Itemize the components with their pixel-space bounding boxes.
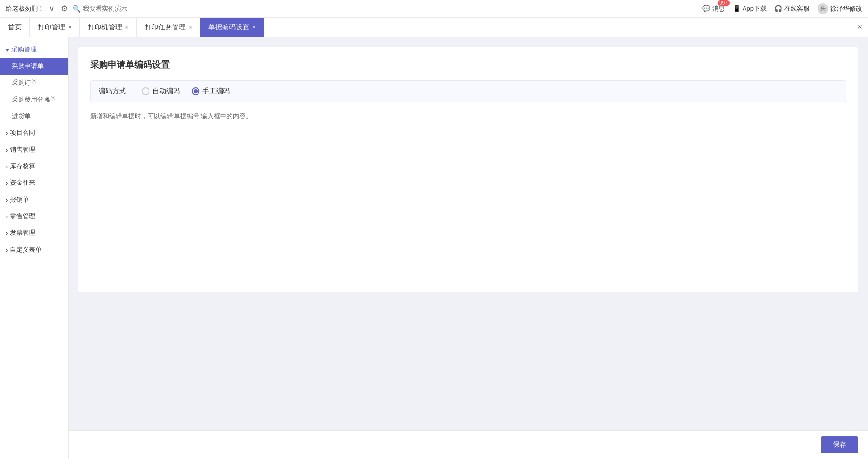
user-menu[interactable]: 头 徐泽华修改: [818, 3, 862, 14]
chevron-right-icon: ›: [6, 230, 8, 237]
radio-dot: [194, 89, 198, 93]
hint-text: 新增和编辑单据时，可以编辑'单据编号'输入框中的内容。: [90, 112, 846, 121]
sidebar-item-stock-in-label: 进货单: [12, 112, 31, 120]
tab-print-management[interactable]: 打印管理 ×: [30, 18, 80, 37]
tab-encoding-settings-label: 单据编码设置: [208, 23, 249, 32]
top-bar-left: 给老板勿删！ ∨ ⚙ 🔍 我要看实例演示: [6, 3, 127, 14]
message-badge: 99+: [718, 0, 730, 6]
tab-home[interactable]: 首页: [0, 18, 30, 37]
app-download-button[interactable]: 📱 App下载: [733, 4, 767, 13]
tab-print-management-close[interactable]: ×: [68, 24, 72, 31]
chevron-right-icon: ›: [6, 196, 8, 204]
auto-encoding-option[interactable]: 自动编码: [142, 87, 180, 96]
tab-encoding-settings-close[interactable]: ×: [252, 24, 256, 31]
tab-encoding-settings[interactable]: 单据编码设置 ×: [200, 18, 264, 37]
user-name: 徐泽华修改: [830, 4, 862, 13]
chevron-right-icon: ›: [6, 146, 8, 153]
tab-bar-close-button[interactable]: ×: [851, 22, 868, 32]
chevron-down-icon: ▾: [6, 46, 9, 53]
tab-printer-management-close[interactable]: ×: [125, 24, 128, 31]
sidebar-group-finance-label: 资金往来: [10, 178, 35, 187]
online-service-label: 在线客服: [784, 4, 810, 13]
online-service-button[interactable]: 🎧 在线客服: [774, 4, 810, 13]
tab-home-label: 首页: [8, 23, 22, 32]
sidebar-item-stock-in[interactable]: 进货单: [0, 108, 68, 125]
chevron-right-icon: ›: [6, 163, 8, 170]
sidebar-group-reimbursement-label: 报销单: [10, 195, 29, 204]
tab-print-management-label: 打印管理: [38, 23, 65, 32]
tab-printer-management-label: 打印机管理: [88, 23, 122, 32]
sidebar-group-retail[interactable]: › 零售管理: [0, 208, 68, 225]
encoding-method-row: 编码方式 自动编码 手工编码: [90, 80, 846, 102]
manual-encoding-label: 手工编码: [202, 87, 230, 96]
sidebar-item-purchase-expense-label: 采购费用分摊单: [12, 96, 56, 103]
auto-encoding-label: 自动编码: [152, 87, 180, 96]
app-download-icon: 📱: [733, 5, 741, 12]
tab-printer-management[interactable]: 打印机管理 ×: [80, 18, 137, 37]
sidebar-item-purchase-expense[interactable]: 采购费用分摊单: [0, 91, 68, 108]
tab-print-task-management[interactable]: 打印任务管理 ×: [137, 18, 200, 37]
headphone-icon: 🎧: [774, 5, 782, 12]
top-bar: 给老板勿删！ ∨ ⚙ 🔍 我要看实例演示 💬 消息 99+ 📱 App下载 🎧 …: [0, 0, 868, 18]
sidebar-group-sales[interactable]: › 销售管理: [0, 141, 68, 158]
content-area: 采购申请单编码设置 编码方式 自动编码 手工编码 新增和编辑单据时，可以编辑: [69, 37, 868, 430]
sidebar-group-inventory[interactable]: › 库存核算: [0, 158, 68, 175]
sidebar-item-purchase-request-label: 采购申请单: [12, 62, 44, 70]
sidebar-group-inventory-label: 库存核算: [10, 162, 35, 171]
avatar: 头: [818, 3, 828, 14]
top-bar-right: 💬 消息 99+ 📱 App下载 🎧 在线客服 头 徐泽华修改: [702, 3, 862, 14]
sidebar-group-project-contract-label: 项目合同: [10, 128, 35, 137]
auto-encoding-radio[interactable]: [142, 87, 149, 95]
save-button[interactable]: 保存: [821, 436, 858, 453]
sidebar-group-sales-label: 销售管理: [10, 145, 35, 154]
manual-encoding-option[interactable]: 手工编码: [192, 87, 230, 96]
encoding-method-label: 编码方式: [99, 87, 126, 96]
brand-label: 给老板勿删！: [6, 4, 44, 13]
sidebar-group-retail-label: 零售管理: [10, 212, 35, 221]
chevron-right-icon: ›: [6, 213, 8, 220]
sidebar-group-purchase[interactable]: ▾ 采购管理: [0, 41, 68, 58]
main-content: 采购申请单编码设置 编码方式 自动编码 手工编码 新增和编辑单据时，可以编辑: [69, 37, 868, 459]
sidebar-group-project-contract[interactable]: › 项目合同: [0, 125, 68, 141]
sidebar-item-purchase-order[interactable]: 采购订单: [0, 75, 68, 91]
page-title: 采购申请单编码设置: [90, 59, 846, 71]
sidebar-group-invoice-label: 发票管理: [10, 229, 35, 237]
chevron-down-icon[interactable]: ∨: [48, 3, 56, 14]
content-card: 采购申请单编码设置 编码方式 自动编码 手工编码 新增和编辑单据时，可以编辑: [78, 47, 858, 292]
search-text: 我要看实例演示: [83, 4, 127, 13]
manual-encoding-radio[interactable]: [192, 87, 199, 95]
message-button[interactable]: 💬 消息 99+: [702, 4, 725, 13]
tab-print-task-close[interactable]: ×: [189, 24, 192, 31]
sidebar-group-invoice[interactable]: › 发票管理: [0, 225, 68, 241]
chevron-right-icon: ›: [6, 246, 8, 254]
settings-icon[interactable]: ⚙: [60, 3, 69, 14]
app-download-label: App下载: [743, 4, 767, 13]
chevron-right-icon: ›: [6, 129, 8, 137]
message-icon: 💬: [702, 5, 710, 12]
sidebar-group-finance[interactable]: › 资金往来: [0, 175, 68, 191]
tab-bar: 首页 打印管理 × 打印机管理 × 打印任务管理 × 单据编码设置 × ×: [0, 18, 868, 37]
search-icon: 🔍: [73, 5, 81, 13]
main-layout: ▾ 采购管理 采购申请单 采购订单 采购费用分摊单 进货单 › 项目合同 › 销…: [0, 37, 868, 459]
sidebar-group-purchase-label: 采购管理: [11, 45, 37, 54]
footer: 保存: [69, 430, 868, 459]
chevron-right-icon: ›: [6, 179, 8, 187]
tab-print-task-label: 打印任务管理: [145, 23, 186, 32]
sidebar-item-purchase-order-label: 采购订单: [12, 79, 37, 86]
sidebar: ▾ 采购管理 采购申请单 采购订单 采购费用分摊单 进货单 › 项目合同 › 销…: [0, 37, 69, 459]
search-bar[interactable]: 🔍 我要看实例演示: [73, 4, 127, 13]
sidebar-group-custom-forms-label: 自定义表单: [10, 245, 42, 254]
sidebar-group-custom-forms[interactable]: › 自定义表单: [0, 241, 68, 258]
sidebar-group-reimbursement[interactable]: › 报销单: [0, 191, 68, 208]
sidebar-item-purchase-request[interactable]: 采购申请单: [0, 58, 68, 75]
